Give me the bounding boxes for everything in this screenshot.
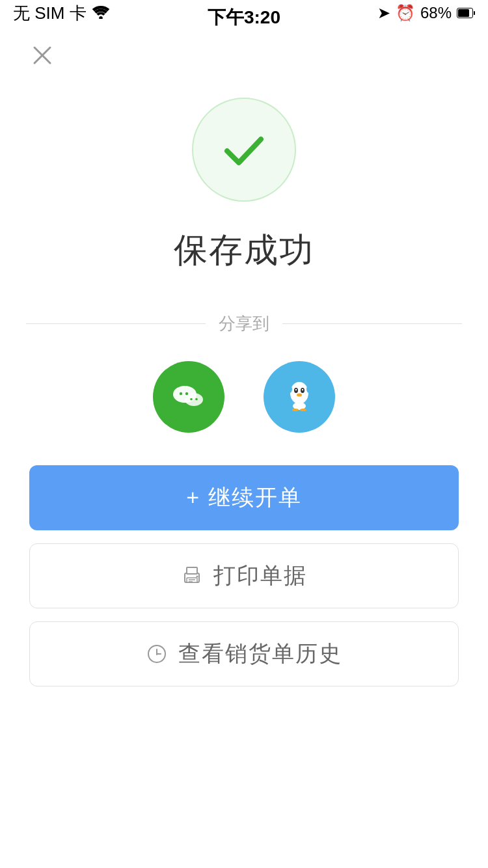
success-icon-circle [192, 98, 296, 202]
svg-point-18 [287, 385, 292, 393]
alarm-icon: ⏰ [396, 4, 415, 22]
svg-point-8 [185, 392, 188, 395]
wechat-icon [168, 376, 210, 418]
svg-rect-23 [187, 567, 197, 574]
status-right: ➤ ⏰ 68% [377, 4, 475, 22]
share-divider: 分享到 [0, 312, 488, 335]
svg-point-19 [306, 385, 312, 393]
divider-right [282, 323, 462, 324]
location-icon: ➤ [377, 4, 390, 22]
print-button[interactable]: 打印单据 [29, 543, 459, 608]
divider-left [26, 323, 206, 324]
svg-point-21 [300, 409, 306, 411]
status-left: 无 SIM 卡 [13, 2, 110, 25]
history-label: 查看销货单历史 [178, 639, 342, 669]
action-buttons: + 继续开单 打印单据 查看销货单历史 [29, 465, 459, 686]
svg-point-15 [295, 389, 297, 390]
qq-icon [278, 376, 320, 418]
share-icons [153, 361, 335, 433]
print-icon [181, 565, 203, 587]
svg-point-17 [297, 394, 302, 397]
qq-share-button[interactable] [264, 361, 335, 433]
carrier-text: 无 SIM 卡 [13, 2, 87, 25]
main-content: 保存成功 分享到 [0, 26, 488, 868]
checkmark-icon [218, 124, 270, 176]
continue-button[interactable]: + 继续开单 [29, 465, 459, 530]
wechat-share-button[interactable] [153, 361, 224, 433]
history-icon [146, 643, 168, 665]
history-button[interactable]: 查看销货单历史 [29, 621, 459, 686]
share-section: 分享到 [0, 312, 488, 433]
svg-point-9 [190, 398, 193, 401]
svg-point-0 [99, 16, 103, 19]
svg-point-6 [185, 393, 203, 406]
share-label: 分享到 [206, 312, 282, 335]
status-bar: 无 SIM 卡 下午3:20 ➤ ⏰ 68% [0, 0, 488, 26]
wifi-icon [92, 3, 110, 23]
svg-point-27 [197, 576, 198, 578]
svg-point-20 [292, 409, 299, 411]
close-button[interactable] [26, 39, 59, 72]
svg-point-16 [302, 389, 303, 390]
success-title: 保存成功 [174, 228, 314, 273]
svg-rect-2 [458, 9, 469, 17]
svg-point-11 [290, 382, 308, 404]
battery-icon [457, 4, 475, 22]
status-time: 下午3:20 [208, 5, 280, 30]
svg-point-10 [195, 398, 198, 401]
battery-text: 68% [420, 4, 452, 22]
print-label: 打印单据 [213, 561, 307, 591]
svg-point-7 [180, 392, 182, 395]
